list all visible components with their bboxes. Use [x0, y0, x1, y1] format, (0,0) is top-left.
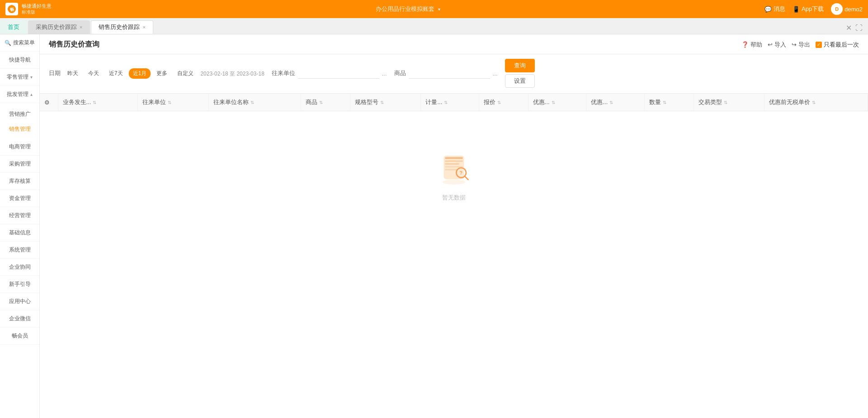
logo-sub-text: 标准版 — [22, 9, 52, 15]
tab-purchase-history[interactable]: 采购历史价跟踪 × — [28, 20, 90, 34]
help-button[interactable]: ❓ 帮助 — [741, 41, 762, 49]
col-pretax-price: 优惠前无税单价 ⇅ — [764, 94, 868, 111]
col-partner-name: 往来单位名称 ⇅ — [208, 94, 301, 111]
col-biz-date: 业务发生... ⇅ — [58, 94, 138, 111]
sort-icon-goods[interactable]: ⇅ — [319, 100, 323, 105]
sort-icon-trade-type[interactable]: ⇅ — [724, 100, 727, 105]
message-button[interactable]: 💬 消息 — [764, 5, 785, 13]
partner-filter-group: 往来单位 ... — [272, 68, 387, 79]
settings-button[interactable]: 设置 — [505, 74, 535, 88]
col-spec: 规格型号 ⇅ — [350, 94, 421, 111]
sort-icon-pretax-price[interactable]: ⇅ — [812, 100, 816, 105]
import-button[interactable]: ↩ 导入 — [768, 41, 786, 49]
sidebar-item-newbie[interactable]: 新手引导 — [0, 276, 39, 293]
date-btn-today[interactable]: 今天 — [84, 68, 103, 79]
sort-icon-discount2[interactable]: ⇅ — [609, 100, 613, 105]
sidebar-item-ecommerce[interactable]: 电商管理 — [0, 138, 39, 156]
sidebar-item-corp-wechat[interactable]: 企业微信 — [0, 310, 39, 328]
sort-icon-partner-name[interactable]: ⇅ — [250, 100, 254, 105]
sidebar-item-enterprise[interactable]: 企业协同 — [0, 259, 39, 276]
sidebar-item-sales-mgmt[interactable]: 销售管理 — [2, 122, 38, 137]
sort-icon-biz-date[interactable]: ⇅ — [93, 100, 96, 105]
tab-sales-history[interactable]: 销售历史价跟踪 × — [91, 20, 153, 34]
svg-text:畅: 畅 — [10, 7, 14, 12]
tab-home[interactable]: 首页 — [0, 20, 27, 34]
date-btn-1month[interactable]: 近1月 — [129, 68, 151, 79]
date-btn-more[interactable]: 更多 — [152, 68, 171, 79]
app-download-button[interactable]: 📱 App下载 — [793, 5, 824, 13]
help-label: 帮助 — [750, 41, 762, 49]
user-profile-button[interactable]: D demo2 — [831, 3, 863, 15]
goods-filter-label: 商品 — [394, 69, 406, 77]
sidebar: 🔍 搜索菜单 快捷导航 零售管理 ▾ 批发管理 ▴ 营销推广 销售管理 电商管理… — [0, 34, 40, 418]
app-center-label: 应用中心 — [9, 298, 31, 305]
page-actions: ❓ 帮助 ↩ 导入 ↪ 导出 ✓ 只看最后一次 — [741, 41, 859, 49]
app-title-area[interactable]: 办公用品行业模拟账套 ▾ — [376, 5, 440, 13]
inventory-label: 库存核算 — [9, 177, 31, 185]
sales-mgmt-label: 销售管理 — [9, 126, 31, 132]
sidebar-wholesale-expanded: 营销推广 销售管理 — [0, 103, 39, 138]
empty-illustration: ? — [434, 147, 474, 188]
page-title-row: 销售历史价查询 ❓ 帮助 ↩ 导入 ↪ 导出 ✓ — [49, 40, 859, 49]
tab-bar-right-actions: ✕ ⛶ — [846, 24, 868, 34]
sidebar-item-quick-nav[interactable]: 快捷导航 — [0, 52, 39, 69]
col-quote: 报价 ⇅ — [479, 94, 528, 111]
sort-icon-partner-code[interactable]: ⇅ — [168, 100, 171, 105]
export-button[interactable]: ↪ 导出 — [792, 41, 810, 49]
sidebar-item-basic-info[interactable]: 基础信息 — [0, 224, 39, 242]
only-last-checkbox[interactable]: ✓ — [816, 42, 822, 48]
sidebar-item-search-menu[interactable]: 🔍 搜索菜单 — [0, 34, 39, 52]
export-icon: ↪ — [792, 41, 797, 48]
tab-maximize-icon[interactable]: ⛶ — [855, 24, 863, 32]
sort-icon-spec[interactable]: ⇅ — [380, 100, 384, 105]
partner-filter-label: 往来单位 — [272, 69, 295, 77]
search-menu-icon: 🔍 — [5, 40, 11, 46]
sidebar-item-finance[interactable]: 资金管理 — [0, 190, 39, 207]
sidebar-item-inventory[interactable]: 库存核算 — [0, 173, 39, 190]
operations-label: 经营管理 — [9, 212, 31, 219]
basic-info-label: 基础信息 — [9, 229, 31, 237]
table-settings-icon[interactable]: ⚙ — [44, 99, 50, 106]
wholesale-arrow-icon: ▴ — [30, 92, 33, 97]
enterprise-label: 企业协同 — [9, 263, 31, 271]
filter-bar: 日期 昨天 今天 近7天 近1月 更多 自定义 2023-02-18 至 202… — [40, 54, 868, 94]
help-icon: ❓ — [741, 41, 749, 48]
tab-purchase-history-close[interactable]: × — [80, 24, 82, 30]
sidebar-item-operations[interactable]: 经营管理 — [0, 207, 39, 224]
sort-icon-discount1[interactable]: ⇅ — [552, 100, 555, 105]
sort-icon-qty[interactable]: ⇅ — [663, 100, 666, 105]
sidebar-item-marketing[interactable]: 营销推广 — [2, 107, 38, 122]
date-btn-custom[interactable]: 自定义 — [173, 68, 198, 79]
sidebar-item-member[interactable]: 畅会员 — [0, 328, 39, 345]
sys-mgmt-label: 系统管理 — [9, 246, 31, 254]
date-btn-7days[interactable]: 近7天 — [105, 68, 127, 79]
sidebar-item-wholesale[interactable]: 批发管理 ▴ — [0, 86, 39, 103]
sidebar-item-app-center[interactable]: 应用中心 — [0, 293, 39, 310]
date-btn-yesterday[interactable]: 昨天 — [63, 68, 82, 79]
app-title-dropdown-icon[interactable]: ▾ — [438, 7, 440, 12]
logo-area: 畅 畅捷通好生意 标准版 — [5, 3, 52, 15]
sidebar-item-purchase[interactable]: 采购管理 — [0, 156, 39, 173]
sort-icon-unit[interactable]: ⇅ — [444, 100, 448, 105]
col-trade-type: 交易类型 ⇅ — [693, 94, 764, 111]
only-last-checkbox-wrap[interactable]: ✓ 只看最后一次 — [816, 41, 859, 49]
tab-sales-history-close[interactable]: × — [142, 24, 145, 30]
top-header: 畅 畅捷通好生意 标准版 办公用品行业模拟账套 ▾ 💬 消息 📱 App下载 D… — [0, 0, 868, 18]
sidebar-item-sys-mgmt[interactable]: 系统管理 — [0, 242, 39, 259]
finance-label: 资金管理 — [9, 195, 31, 202]
avatar: D — [831, 3, 843, 15]
header-right-actions: 💬 消息 📱 App下载 D demo2 — [764, 3, 863, 15]
partner-filter-input[interactable] — [298, 68, 379, 79]
partner-filter-ellipsis[interactable]: ... — [382, 70, 387, 77]
date-filter-group: 日期 昨天 今天 近7天 近1月 更多 自定义 2023-02-18 至 202… — [49, 68, 264, 79]
query-button[interactable]: 查询 — [505, 59, 535, 72]
sort-icon-quote[interactable]: ⇅ — [497, 100, 501, 105]
sidebar-item-retail[interactable]: 零售管理 ▾ — [0, 69, 39, 86]
table-wrap: ⚙ 业务发生... ⇅ 往来单位 ⇅ — [40, 94, 868, 418]
goods-filter-ellipsis[interactable]: ... — [493, 70, 498, 77]
goods-filter-input[interactable] — [409, 68, 490, 79]
sidebar-search-label: 搜索菜单 — [13, 39, 35, 47]
col-settings[interactable]: ⚙ — [40, 94, 58, 111]
tab-close-all-icon[interactable]: ✕ — [846, 24, 852, 32]
svg-rect-7 — [445, 166, 463, 167]
